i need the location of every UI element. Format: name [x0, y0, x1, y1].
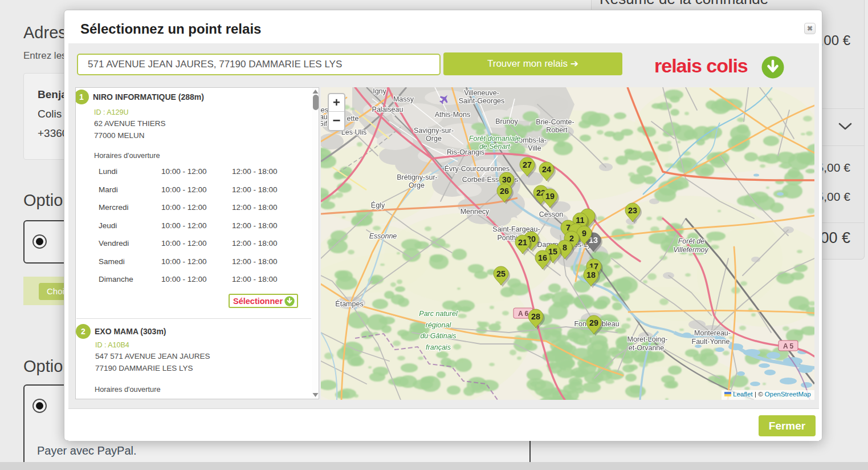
- svg-text:Montereau-: Montereau-: [694, 329, 731, 337]
- svg-text:Massy: Massy: [393, 95, 414, 103]
- svg-text:ette: ette: [347, 115, 359, 123]
- svg-text:et-Orvanne: et-Orvanne: [629, 344, 665, 352]
- svg-text:Orge: Orge: [409, 181, 425, 189]
- svg-text:Étampes: Étampes: [335, 299, 363, 308]
- svg-text:Savigny-sur-: Savigny-sur-: [414, 127, 454, 135]
- svg-text:français: français: [426, 343, 451, 351]
- svg-text:du Gâtinais: du Gâtinais: [420, 332, 456, 340]
- svg-text:Fault-Yonne: Fault-Yonne: [692, 338, 730, 346]
- svg-text:26: 26: [500, 187, 509, 196]
- svg-text:30: 30: [502, 175, 511, 184]
- svg-text:Forêt de: Forêt de: [678, 237, 705, 245]
- svg-text:9: 9: [582, 229, 586, 238]
- svg-text:de Sénart: de Sénart: [479, 143, 511, 151]
- svg-text:Égly: Égly: [371, 201, 385, 209]
- svg-text:24: 24: [542, 165, 551, 174]
- svg-text:Villeneuve-: Villeneuve-: [464, 89, 499, 97]
- svg-text:Igny: Igny: [373, 87, 386, 95]
- svg-text:Villefermoy: Villefermoy: [673, 246, 708, 254]
- svg-text:Brie-Comte-: Brie-Comte-: [536, 118, 574, 126]
- svg-text:Brunoy: Brunoy: [495, 118, 518, 125]
- svg-text:Palaiseau: Palaiseau: [372, 106, 404, 114]
- svg-text:28: 28: [531, 312, 540, 321]
- svg-text:18: 18: [586, 270, 596, 279]
- svg-text:8: 8: [563, 243, 567, 252]
- svg-text:Cesson: Cesson: [539, 210, 563, 218]
- svg-text:19: 19: [545, 192, 555, 201]
- svg-text:Athis-Mons: Athis-Mons: [435, 111, 471, 119]
- svg-text:Moret-Loing-: Moret-Loing-: [627, 335, 668, 343]
- svg-text:Mennecy: Mennecy: [461, 208, 490, 216]
- svg-text:29: 29: [589, 318, 598, 327]
- svg-text:Forêt domaniale: Forêt domaniale: [469, 135, 520, 143]
- svg-text:Ville: Ville: [528, 144, 541, 152]
- svg-text:Brétigny-sur-: Brétigny-sur-: [397, 173, 438, 181]
- svg-text:Parc naturel: Parc naturel: [419, 310, 458, 318]
- svg-text:11: 11: [576, 216, 584, 225]
- svg-text:21: 21: [518, 238, 527, 247]
- svg-text:23: 23: [628, 206, 637, 215]
- svg-text:Essonne: Essonne: [369, 232, 397, 240]
- svg-text:27: 27: [523, 160, 532, 169]
- svg-text:2: 2: [569, 234, 574, 243]
- svg-text:25: 25: [496, 269, 506, 278]
- svg-text:Orge: Orge: [426, 135, 442, 143]
- svg-text:A 6: A 6: [518, 310, 529, 318]
- svg-text:A 5: A 5: [783, 342, 794, 350]
- svg-text:Saint-Georges: Saint-Georges: [459, 97, 505, 105]
- svg-text:16: 16: [538, 253, 547, 262]
- svg-text:régional: régional: [426, 321, 452, 329]
- svg-text:Évry-Courcouronnes: Évry-Courcouronnes: [445, 164, 510, 173]
- svg-text:Robert: Robert: [546, 126, 568, 134]
